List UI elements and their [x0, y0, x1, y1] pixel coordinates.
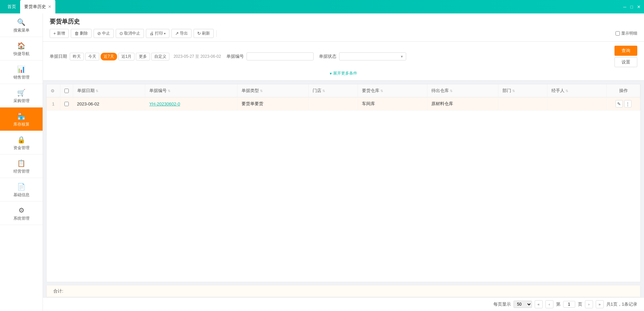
finance-mgmt-icon: 🔒 [17, 136, 25, 144]
sidebar-item-purchase-mgmt[interactable]: 🛒 采购管理 [0, 84, 43, 107]
close-tab-icon[interactable]: ✕ [48, 4, 51, 9]
last1month-btn[interactable]: 近1月 [118, 53, 135, 60]
first-page-btn[interactable]: « [535, 300, 543, 308]
close-window-icon[interactable]: ✕ [637, 4, 641, 9]
tab-home[interactable]: 首页 [3, 0, 20, 13]
expand-button[interactable]: ▾ 展开更多条件 [330, 71, 357, 76]
col-settings: ⚙ [47, 84, 60, 97]
custom-btn[interactable]: 自定义 [151, 53, 169, 60]
search-menu-icon: 🔍 [17, 18, 25, 26]
purchase-mgmt-icon: 🛒 [17, 89, 25, 97]
show-detail-label: 显示明细 [621, 31, 637, 36]
cancel-stop-button[interactable]: ⊙ 取消中止 [116, 29, 144, 38]
store-sort-icon[interactable]: ⇅ [322, 89, 325, 93]
delete-button[interactable]: 🗑 删除 [71, 29, 92, 38]
footer-summary: 合计: [46, 285, 641, 297]
show-detail-checkbox[interactable] [615, 31, 620, 36]
yesterday-btn[interactable]: 昨天 [70, 53, 84, 60]
next-page-btn[interactable]: › [585, 300, 593, 308]
row-actions-cell: ✎ ⋮ [607, 97, 640, 110]
show-detail-button[interactable]: 显示明细 [615, 31, 637, 36]
stop-icon: ⊘ [97, 31, 101, 36]
sidebar-item-search-menu[interactable]: 🔍 搜索菜单 [0, 13, 43, 37]
select-all-checkbox[interactable] [64, 89, 69, 93]
query-button[interactable]: 查询 [614, 46, 637, 56]
data-table: ⚙ 单据日期⇅ 单据编号⇅ [47, 84, 640, 110]
sidebar-item-quick-nav[interactable]: 🏠 快捷导航 [0, 37, 43, 60]
last-page-btn[interactable]: » [596, 300, 604, 308]
sidebar-item-finance-mgmt[interactable]: 🔒 资金管理 [0, 131, 43, 154]
sidebar-item-inventory[interactable]: 🏪 库存核算 [0, 107, 43, 131]
sidebar-item-base-info[interactable]: 📄 基础信息 [0, 178, 43, 202]
filter-row-1: 单据日期 昨天 今天 近7天 近1月 更多 自定义 2023-05-27 至 2… [50, 46, 637, 67]
column-settings-icon[interactable]: ⚙ [51, 88, 55, 93]
window-controls: ─ □ ✕ [623, 4, 641, 9]
tab-requisition-history[interactable]: 要货单历史 ✕ [20, 0, 55, 13]
per-page-label: 每页显示 [493, 301, 511, 307]
row-number: 1 [47, 97, 60, 110]
expand-label: 展开更多条件 [333, 71, 357, 76]
export-label: 导出 [180, 31, 188, 36]
row-type: 要货单要货 [237, 97, 309, 110]
today-btn[interactable]: 今天 [85, 53, 99, 60]
delete-label: 删除 [80, 31, 88, 36]
per-page-select[interactable]: 50 100 200 [514, 301, 532, 308]
total-info: 共1页，1条记录 [606, 301, 637, 307]
sidebar-item-label: 资金管理 [13, 145, 30, 151]
row-checkbox[interactable] [64, 102, 69, 106]
billno-label: 单据编号 [226, 53, 244, 59]
print-button[interactable]: 🖨 打印 ▾ [146, 29, 169, 38]
page-suffix: 页 [578, 301, 582, 307]
prev-page-btn[interactable]: ‹ [545, 300, 553, 308]
date-filter-group: 单据日期 昨天 今天 近7天 近1月 更多 自定义 2023-05-27 至 2… [50, 53, 221, 60]
table-header-row: ⚙ 单据日期⇅ 单据编号⇅ [47, 84, 640, 97]
col-store: 门店⇅ [309, 84, 358, 97]
row-handler [547, 97, 607, 110]
sidebar-item-operations-mgmt[interactable]: 📋 经营管理 [0, 154, 43, 178]
row-detail-button[interactable]: ⋮ [624, 100, 632, 107]
last7days-btn[interactable]: 近7天 [101, 53, 117, 60]
set-button[interactable]: 设置 [614, 57, 637, 67]
col-billno: 单据编号⇅ [145, 84, 237, 97]
more-btn[interactable]: 更多 [136, 53, 150, 60]
stop-label: 中止 [102, 31, 110, 36]
status-select[interactable] [339, 52, 406, 60]
row-billno: YH-20230602-0 [145, 97, 237, 110]
sidebar-item-system-mgmt[interactable]: ⚙ 系统管理 [0, 202, 43, 225]
row-edit-button[interactable]: ✎ [615, 100, 623, 107]
print-label: 打印 [155, 31, 163, 36]
system-mgmt-icon: ⚙ [18, 206, 24, 214]
maximize-icon[interactable]: □ [630, 4, 633, 9]
date-sort-icon[interactable]: ⇅ [96, 89, 98, 93]
dept-sort-icon[interactable]: ⇅ [512, 89, 515, 93]
filter-area: 单据日期 昨天 今天 近7天 近1月 更多 自定义 2023-05-27 至 2… [43, 42, 644, 81]
cancel-stop-icon: ⊙ [119, 31, 123, 36]
col-req-warehouse: 要货仓库⇅ [358, 84, 427, 97]
summary-label: 合计: [53, 288, 63, 294]
current-page-input[interactable] [563, 301, 575, 308]
export-button[interactable]: ↗ 导出 [171, 29, 192, 38]
expand-row: ▾ 展开更多条件 [50, 71, 637, 76]
operations-mgmt-icon: 📋 [17, 159, 25, 167]
page-header: 要货单历史 + 新增 🗑 删除 ⊘ 中止 ⊙ 取消中止 [43, 13, 644, 42]
refresh-button[interactable]: ↻ 刷新 [194, 29, 214, 38]
sidebar-item-sales-mgmt[interactable]: 📊 销售管理 [0, 60, 43, 84]
pending-warehouse-sort-icon[interactable]: ⇅ [450, 89, 452, 93]
refresh-label: 刷新 [202, 31, 210, 36]
row-checkbox-cell [60, 97, 73, 110]
billno-sort-icon[interactable]: ⇅ [168, 89, 170, 93]
billno-filter-group: 单据编号 [226, 52, 314, 60]
status-label: 单据状态 [319, 53, 336, 59]
row-pending-warehouse: 原材料仓库 [427, 97, 498, 110]
billno-input[interactable] [247, 52, 314, 60]
col-pending-warehouse: 待出仓库⇅ [427, 84, 498, 97]
row-billno-link[interactable]: YH-20230602-0 [149, 101, 180, 106]
req-warehouse-sort-icon[interactable]: ⇅ [380, 89, 383, 93]
stop-button[interactable]: ⊘ 中止 [94, 29, 114, 38]
row-req-warehouse: 车间库 [358, 97, 427, 110]
handler-sort-icon[interactable]: ⇅ [566, 89, 568, 93]
new-button[interactable]: + 新增 [50, 29, 69, 38]
sidebar-item-label: 系统管理 [13, 216, 30, 221]
type-sort-icon[interactable]: ⇅ [260, 89, 263, 93]
minimize-icon[interactable]: ─ [623, 4, 626, 9]
